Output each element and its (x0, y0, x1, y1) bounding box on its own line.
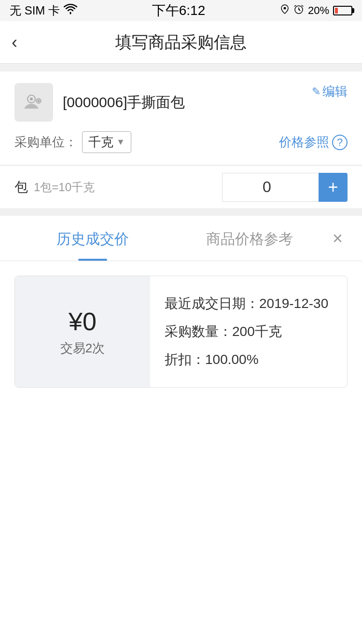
edit-icon: ✎ (312, 85, 320, 98)
bag-unit-text: 1包=10千克 (34, 180, 95, 195)
nav-bar: ‹ 填写商品采购信息 (0, 21, 362, 64)
yen-symbol: ¥ (69, 308, 83, 336)
discount-row: 折扣：100.00% (165, 350, 333, 370)
quantity-left: 包 1包=10千克 (14, 178, 95, 196)
page-title: 填写商品采购信息 (115, 31, 247, 54)
product-left: [0000006]手撕面包 (14, 83, 185, 122)
purchase-qty-row: 采购数量：200千克 (165, 322, 333, 342)
bag-label: 包 (14, 178, 28, 196)
quantity-plus-button[interactable]: + (319, 173, 348, 202)
unit-label: 采购单位： (14, 134, 77, 151)
svg-point-5 (38, 100, 40, 102)
product-name: [0000006]手撕面包 (63, 93, 185, 112)
product-section: [0000006]手撕面包 ✎ 编辑 采购单位： 千克 ▼ 价格参照 ? (0, 71, 362, 165)
quantity-right: + (222, 173, 348, 202)
location-icon (280, 4, 290, 17)
quantity-section: 包 1包=10千克 + (0, 166, 362, 208)
status-time: 下午6:12 (152, 1, 206, 20)
unit-selector-group: 采购单位： 千克 ▼ (14, 131, 131, 153)
price-card-left: ¥0 交易2次 (15, 276, 150, 387)
purchase-qty-label: 采购数量： (165, 324, 232, 339)
status-bar: 无 SIM 卡 下午6:12 20% (0, 0, 362, 21)
tabs-section: 历史成交价 商品价格参考 × ¥0 交易2次 最近成交日期：2019-12-30… (0, 216, 362, 402)
price-zero: 0 (83, 308, 97, 336)
edit-label: 编辑 (322, 83, 348, 100)
purchase-qty-value: 200千克 (232, 324, 282, 339)
help-icon: ? (332, 135, 348, 150)
price-card: ¥0 交易2次 最近成交日期：2019-12-30 采购数量：200千克 折扣：… (14, 276, 348, 388)
wifi-icon (64, 4, 77, 17)
tabs-header: 历史成交价 商品价格参考 × (0, 216, 362, 261)
chevron-down-icon: ▼ (116, 137, 125, 147)
status-left: 无 SIM 卡 (10, 3, 77, 18)
tab-price-reference[interactable]: 商品价格参考 (171, 216, 327, 261)
price-amount: ¥0 (69, 307, 97, 336)
product-unit-row: 采购单位： 千克 ▼ 价格参照 ? (14, 131, 348, 153)
price-ref-label: 价格参照 (279, 134, 329, 151)
carrier-text: 无 SIM 卡 (10, 3, 60, 18)
battery-percent: 20% (308, 4, 329, 17)
close-icon[interactable]: × (328, 220, 348, 257)
recent-date-value: 2019-12-30 (259, 296, 328, 311)
price-reference-button[interactable]: 价格参照 ? (279, 134, 348, 151)
price-card-right: 最近成交日期：2019-12-30 采购数量：200千克 折扣：100.00% (150, 276, 347, 387)
battery-indicator (333, 6, 352, 15)
svg-point-0 (283, 7, 286, 10)
recent-date-row: 最近成交日期：2019-12-30 (165, 294, 333, 314)
svg-point-3 (30, 98, 33, 100)
quantity-input[interactable] (222, 173, 319, 202)
empty-content-area (0, 402, 362, 644)
unit-select[interactable]: 千克 ▼ (82, 131, 131, 153)
history-price-content: ¥0 交易2次 最近成交日期：2019-12-30 采购数量：200千克 折扣：… (0, 261, 362, 402)
recent-date-label: 最近成交日期： (165, 296, 259, 311)
status-right: 20% (280, 4, 352, 17)
discount-label: 折扣： (165, 352, 205, 367)
edit-button[interactable]: ✎ 编辑 (312, 83, 348, 100)
alarm-icon (293, 4, 304, 17)
tab-history-price[interactable]: 历史成交价 (14, 216, 171, 261)
product-header: [0000006]手撕面包 ✎ 编辑 (14, 83, 348, 122)
unit-value: 千克 (88, 134, 113, 151)
discount-value: 100.00% (205, 352, 259, 367)
product-thumbnail (14, 83, 53, 122)
back-button[interactable]: ‹ (12, 32, 17, 53)
price-transactions: 交易2次 (60, 340, 105, 357)
